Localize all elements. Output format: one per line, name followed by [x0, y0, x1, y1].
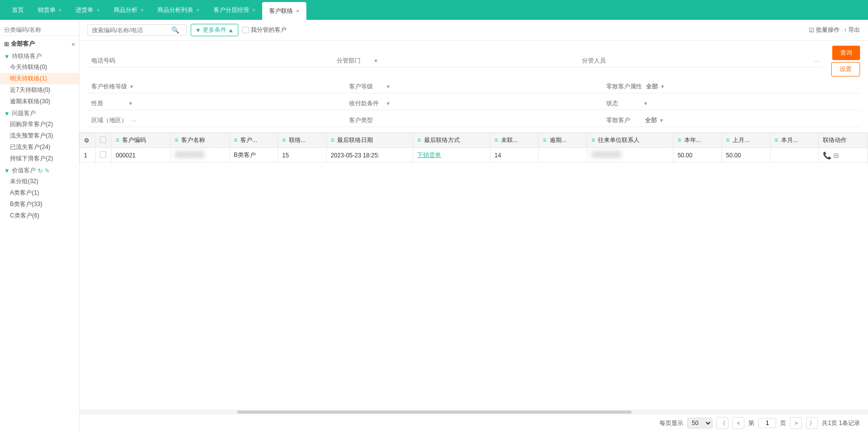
sidebar-item-class-b[interactable]: B类客户(33)	[0, 199, 79, 210]
sidebar-item-churned[interactable]: 已流失客户(24)	[0, 142, 79, 153]
triangle-down-icon-2: ▼	[4, 110, 10, 117]
edit-icon[interactable]: ✎	[45, 167, 50, 174]
triangle-down-icon-3: ▼	[4, 167, 10, 174]
retail-attr-dropdown-icon[interactable]: ▼	[660, 84, 665, 89]
price-grade-dropdown-icon[interactable]: ▼	[129, 84, 134, 89]
close-customer-seg-icon[interactable]: ×	[252, 7, 255, 13]
select-all-checkbox[interactable]	[100, 137, 106, 143]
nature-dropdown-icon[interactable]: ▼	[128, 101, 133, 106]
next-page-btn[interactable]: >	[790, 417, 802, 429]
col-settings-header[interactable]: ⚙	[80, 133, 96, 148]
retail-customer-dropdown-icon[interactable]: ▼	[659, 118, 664, 123]
sidebar-item-7days-pending[interactable]: 近7天待联络(0)	[0, 84, 79, 96]
refresh-icon[interactable]: ↻	[38, 167, 43, 174]
nav-product-analysis[interactable]: 商品分析 ×	[107, 0, 150, 20]
filter-status: 状态 ▼	[602, 97, 860, 110]
pending-group-label: ▼ 待联络客户	[0, 50, 79, 62]
sidebar-item-tomorrow-pending[interactable]: 明天待联络(1)	[0, 73, 79, 84]
sidebar-item-repurchase-abnormal[interactable]: 回购异常客户(2)	[0, 119, 79, 130]
col-last-contact-date-header[interactable]: ≡ 最后联络日期	[326, 133, 413, 148]
customer-grade-dropdown-icon[interactable]: ▼	[386, 84, 391, 89]
row-code: 000021	[112, 148, 171, 163]
close-sales-order-icon[interactable]: ×	[59, 7, 62, 13]
row-select-checkbox[interactable]	[100, 151, 106, 158]
row-last-contact-method[interactable]: 下销货单	[413, 148, 490, 163]
manager-dots-icon[interactable]: ···	[814, 58, 819, 65]
sidebar-item-churn-warning[interactable]: 流失预警客户(3)	[0, 130, 79, 142]
table-container: ⚙ ≡ 客户编码 ≡ 客户名称	[79, 133, 868, 410]
sidebar-item-class-c[interactable]: C类客户(6)	[0, 210, 79, 221]
payment-dropdown-icon[interactable]: ▼	[386, 101, 391, 106]
my-customers-checkbox[interactable]	[242, 27, 249, 33]
prev-page-btn[interactable]: <	[732, 417, 744, 429]
close-purchase-order-icon[interactable]: ×	[96, 7, 99, 13]
page-label: 第	[748, 419, 754, 428]
col-this-month-header[interactable]: ≡ 本月...	[770, 133, 819, 148]
close-product-analysis-icon[interactable]: ×	[141, 7, 144, 13]
sort-icon-7: ≡	[495, 137, 498, 144]
close-product-analysis-list-icon[interactable]: ×	[196, 7, 199, 13]
col-this-year-header[interactable]: ≡ 本年...	[673, 133, 722, 148]
main-search-input[interactable]	[92, 27, 171, 34]
col-name-header[interactable]: ≡ 客户名称	[170, 133, 229, 148]
value-group-label: ▼ 价值客户 ↻ ✎	[0, 164, 79, 176]
collapse-icon[interactable]: «	[72, 41, 75, 48]
col-contact-count-header[interactable]: ≡ 联络...	[278, 133, 327, 148]
nav-sales-order[interactable]: 销货单 ×	[31, 0, 69, 20]
more-action-icon[interactable]: ⊞	[833, 151, 839, 159]
phone-action-icon[interactable]: 📞	[823, 151, 831, 159]
main-layout: 🔍 ⊞ 全部客户 « ▼ 待联络客户 今天待联络(0) 明天待联络(1) 近7天…	[0, 20, 868, 432]
triangle-down-icon: ▼	[4, 53, 10, 60]
col-checkbox-header[interactable]	[96, 133, 112, 148]
table-row: 1 000021 B类客户	[80, 148, 868, 163]
status-dropdown-icon[interactable]: ▼	[643, 101, 648, 106]
chevron-up-icon: ▲	[228, 27, 234, 34]
col-last-month-header[interactable]: ≡ 上月...	[722, 133, 771, 148]
col-overdue-header[interactable]: ≡ 逾期...	[539, 133, 587, 148]
col-not-contacted-header[interactable]: ≡ 未联...	[490, 133, 539, 148]
sidebar-item-ungrouped[interactable]: 未分组(32)	[0, 176, 79, 187]
main-search-icon[interactable]: 🔍	[171, 26, 179, 34]
all-customers-header[interactable]: ⊞ 全部客户 «	[0, 38, 79, 50]
per-page-select[interactable]: 50 100 200	[687, 418, 713, 429]
sidebar-item-declining[interactable]: 持续下滑客户(2)	[0, 153, 79, 164]
region-dots-icon[interactable]: ···	[131, 117, 136, 124]
dept-dropdown-icon[interactable]: ▼	[373, 58, 378, 64]
page-number-input[interactable]	[758, 418, 776, 428]
nav-customer-segmentation[interactable]: 客户分层经营 ×	[207, 0, 262, 20]
batch-op-btn[interactable]: ☑ 批量操作	[809, 26, 840, 34]
col-customer-type-header[interactable]: ≡ 客户...	[229, 133, 278, 148]
settings-icon[interactable]: ⚙	[84, 137, 89, 144]
my-customers-checkbox-wrap[interactable]: 我分管的客户	[242, 26, 287, 34]
action-buttons: ☑ 批量操作 ↑ 导出	[809, 26, 860, 34]
first-page-btn[interactable]: 《	[717, 417, 728, 429]
col-last-contact-method-header[interactable]: ≡ 最后联络方式	[413, 133, 490, 148]
scrollbar-thumb[interactable]	[237, 411, 632, 414]
table-footer: 每页显示 50 100 200 《 < 第 页 > 》 共1页 1条记录	[79, 414, 868, 432]
row-last-contact-date: 2023-05-23 18:25:	[326, 148, 413, 163]
sidebar-item-overdue-contact[interactable]: 逾期未联络(30)	[0, 96, 79, 107]
contact-method-link[interactable]: 下销货单	[417, 151, 441, 158]
export-btn[interactable]: ↑ 导出	[844, 26, 860, 34]
row-contact-count: 15	[278, 148, 327, 163]
sidebar-item-class-a[interactable]: A类客户(1)	[0, 187, 79, 199]
sidebar-item-today-pending[interactable]: 今天待联络(0)	[0, 62, 79, 73]
col-contacts-header[interactable]: ≡ 往来单位联系人	[587, 133, 673, 148]
row-customer-type: B类客户	[229, 148, 278, 163]
nav-customer-contact[interactable]: 客户联络 ×	[262, 2, 306, 20]
row-checkbox[interactable]	[96, 148, 112, 163]
sidebar-search-input[interactable]	[4, 26, 78, 33]
horizontal-scrollbar[interactable]	[79, 410, 868, 414]
settings-button[interactable]: 设置	[831, 62, 860, 76]
last-page-btn[interactable]: 》	[806, 417, 818, 429]
data-table: ⚙ ≡ 客户编码 ≡ 客户名称	[79, 133, 868, 163]
filter-row-4: 区域（地区） ··· 客户类型 零散客户 全部 ▼	[87, 114, 860, 127]
nav-home[interactable]: 首页	[5, 0, 31, 20]
col-code-header[interactable]: ≡ 客户编码	[112, 133, 171, 148]
more-conditions-btn[interactable]: ▼ 更多条件 ▲	[191, 24, 238, 36]
nav-purchase-order[interactable]: 进货单 ×	[69, 0, 106, 20]
close-customer-contact-icon[interactable]: ×	[296, 8, 299, 14]
nav-product-analysis-list[interactable]: 商品分析列表 ×	[150, 0, 206, 20]
query-button[interactable]: 查询	[832, 46, 860, 60]
filter-dept: 分管部门 ▼	[333, 55, 578, 68]
